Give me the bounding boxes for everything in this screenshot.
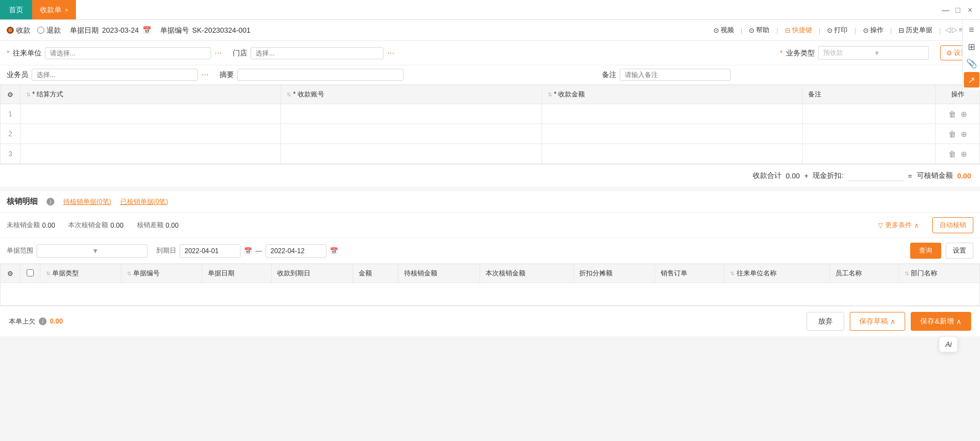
copy-row-icon[interactable]: ⊕ <box>961 110 967 119</box>
done-link[interactable]: 已核销单据(0笔) <box>120 197 169 207</box>
bottom-th-gear[interactable]: ⚙ <box>1 264 21 283</box>
minimize-button[interactable]: — <box>940 4 951 16</box>
bottom-th-amount: 金额 <box>353 264 399 283</box>
shortcut-button[interactable]: ⊟ 快捷键 <box>783 24 814 36</box>
copy-row-icon[interactable]: ⊕ <box>961 130 967 139</box>
total-label: 收款合计 <box>753 171 782 181</box>
total-value: 0.00 <box>786 172 800 180</box>
sort-icon: ⇅ <box>287 91 291 98</box>
date-field: 单据日期 2023-03-24 📅 <box>70 25 151 35</box>
maximize-button[interactable]: □ <box>952 4 963 16</box>
select-all-checkbox[interactable] <box>27 269 34 276</box>
partner-input[interactable] <box>45 47 211 59</box>
history-button[interactable]: ⊟ 历史单据 <box>896 24 935 36</box>
this-order-value: 0.00 <box>50 317 63 325</box>
amount-cell[interactable] <box>542 144 802 164</box>
range-select[interactable]: ▼ <box>37 244 147 258</box>
info-circle-icon[interactable]: i <box>39 317 47 325</box>
home-tab[interactable]: 首页 <box>0 0 32 19</box>
bottom-th-checkbox[interactable] <box>21 264 40 283</box>
close-window-button[interactable]: × <box>964 4 976 16</box>
remark-cell[interactable] <box>803 124 936 144</box>
staff-field: 业务员 ··· <box>7 69 208 81</box>
row-number: 2 <box>1 124 21 144</box>
receipt-tab[interactable]: 收款单 × <box>32 0 76 19</box>
staff-more-icon[interactable]: ··· <box>201 70 208 80</box>
table-gear-header[interactable]: ⚙ <box>1 85 21 104</box>
calendar-end-icon[interactable]: 📅 <box>330 247 338 255</box>
discount-input[interactable] <box>848 170 904 181</box>
form-row-2: 业务员 ··· 摘要 备注 <box>0 65 980 85</box>
video-button[interactable]: ⊙ 视频 <box>711 24 736 36</box>
delete-row-icon[interactable]: 🗑 <box>948 150 956 158</box>
sidebar-tool-3[interactable]: 📎 <box>964 55 979 71</box>
date-end-input[interactable] <box>266 244 326 258</box>
sort-icon: ⇅ <box>905 270 909 276</box>
sort-icon: ⇅ <box>127 270 131 276</box>
calendar-start-icon[interactable]: 📅 <box>244 247 252 255</box>
toolbar-row: 收款 退款 单据日期 2023-03-24 📅 单据编号 SK-20230324… <box>0 20 980 41</box>
date-start-input[interactable] <box>180 244 241 258</box>
th-account: ⇅ * 收款账号 <box>281 85 542 104</box>
partner-more-icon[interactable]: ··· <box>215 48 222 58</box>
staff-input[interactable] <box>32 69 198 81</box>
available-label: 可核销金额 <box>917 171 953 181</box>
info-icon[interactable]: i <box>47 198 54 206</box>
amount-cell[interactable] <box>542 124 802 144</box>
account-cell[interactable] <box>281 124 542 144</box>
auto-writeoff-button[interactable]: 自动核销 <box>932 217 973 233</box>
this-order-label: 本单上欠 <box>9 317 35 326</box>
settle-method-cell[interactable] <box>21 104 281 124</box>
next-icon[interactable]: ▷ <box>952 25 957 35</box>
summary-input[interactable] <box>237 69 404 81</box>
current-stat: 本次核销金额 0.00 <box>68 221 123 230</box>
bottom-th-staff: 员工名称 <box>829 264 899 283</box>
save-draft-dropdown-icon[interactable]: ∧ <box>890 317 896 326</box>
business-type-field: * 业务类型 预收款 ▼ <box>780 46 929 60</box>
account-cell[interactable] <box>281 144 542 164</box>
save-draft-button[interactable]: 保存草稿 ∧ <box>850 312 905 331</box>
remark-cell[interactable] <box>803 104 936 124</box>
th-amount: ⇅ * 收款金额 <box>542 85 802 104</box>
remark-input[interactable] <box>620 69 731 81</box>
more-conditions-button[interactable]: ▽ 更多条件 ∧ <box>878 221 919 230</box>
ops-cell: 🗑 ⊕ <box>936 144 980 164</box>
filter-icon: ▽ <box>878 222 883 229</box>
copy-row-icon[interactable]: ⊕ <box>961 150 967 158</box>
sidebar-tool-1[interactable]: ≡ <box>964 22 979 38</box>
delete-row-icon[interactable]: 🗑 <box>948 110 956 119</box>
tab-close-icon[interactable]: × <box>65 7 68 13</box>
store-more-icon[interactable]: ··· <box>387 48 394 58</box>
help-button[interactable]: ⊙ 帮助 <box>747 24 772 36</box>
settle-method-cell[interactable] <box>21 144 281 164</box>
settle-method-cell[interactable] <box>21 124 281 144</box>
amount-cell[interactable] <box>542 104 802 124</box>
delete-row-icon[interactable]: 🗑 <box>948 130 956 139</box>
remark-cell[interactable] <box>803 144 936 164</box>
abandon-button[interactable]: 放弃 <box>807 312 844 331</box>
section-divider <box>0 187 980 191</box>
save-new-button[interactable]: 保存&新增 ∧ <box>911 312 971 331</box>
dropdown-arrow-icon: ▼ <box>874 49 924 57</box>
query-button[interactable]: 查询 <box>910 243 941 259</box>
account-cell[interactable] <box>281 104 542 124</box>
date-calendar-icon[interactable]: 📅 <box>142 26 151 34</box>
bottom-th-type: ⇅ 单据类型 <box>40 264 121 283</box>
sort-icon: ⇅ <box>730 270 734 276</box>
refund-radio[interactable]: 退款 <box>37 25 61 35</box>
ops-cell: 🗑 ⊕ <box>936 104 980 124</box>
ai-badge[interactable]: Ai <box>939 336 958 352</box>
prev-icon[interactable]: ◁ <box>945 25 951 35</box>
bottom-table-empty-row <box>1 283 980 306</box>
sidebar-tool-2[interactable]: ⊞ <box>964 39 979 54</box>
receipt-type-radio: 收款 退款 <box>7 25 61 35</box>
print-button[interactable]: ⊙ 打印 <box>825 24 850 36</box>
business-type-select[interactable]: 预收款 ▼ <box>818 46 929 60</box>
pending-link[interactable]: 待核销单据(0笔) <box>63 197 111 207</box>
store-input[interactable] <box>251 47 384 59</box>
filter-settings-button[interactable]: 设置 <box>946 243 973 259</box>
operate-button[interactable]: ⊙ 操作 <box>861 24 886 36</box>
sidebar-tool-4[interactable]: ↗ <box>964 72 979 88</box>
save-new-dropdown-icon[interactable]: ∧ <box>956 317 962 326</box>
receive-radio[interactable]: 收款 <box>7 25 30 35</box>
